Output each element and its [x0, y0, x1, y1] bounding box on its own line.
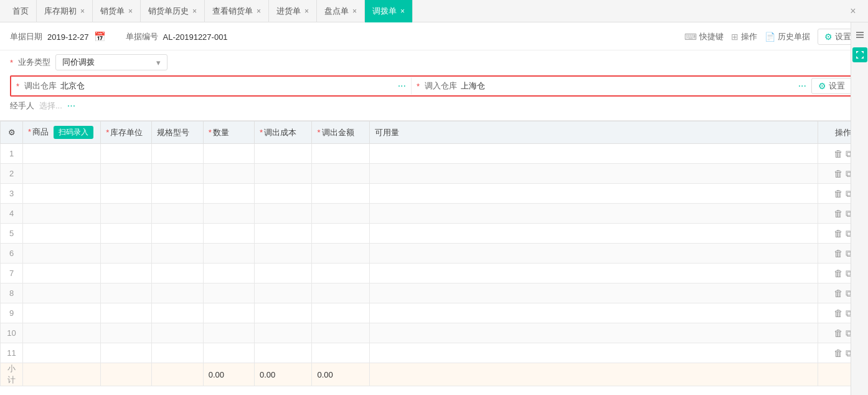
tab-home[interactable]: 首页 — [5, 0, 37, 22]
tab-sales-history[interactable]: 销货单历史 × — [141, 0, 205, 22]
cell-unit[interactable] — [101, 264, 152, 283]
cell-qty[interactable] — [203, 204, 254, 224]
tab-inventory-init[interactable]: 库存期初 × — [37, 0, 93, 22]
cell-unit[interactable] — [101, 343, 152, 363]
cell-available[interactable] — [370, 283, 818, 303]
tab-sales-history-close[interactable]: × — [192, 7, 197, 16]
cell-available[interactable] — [370, 184, 818, 204]
cell-cost[interactable] — [254, 343, 312, 363]
cell-spec[interactable] — [152, 164, 203, 184]
cell-cost[interactable] — [254, 303, 312, 323]
cell-qty[interactable] — [203, 283, 254, 303]
window-close-button[interactable]: × — [843, 1, 863, 21]
operations-btn[interactable]: ⊞ 操作 — [731, 31, 757, 42]
cell-unit[interactable] — [101, 184, 152, 204]
warehouse-settings-btn[interactable]: ⚙ 设置 — [811, 78, 852, 94]
delete-icon[interactable]: 🗑 — [834, 268, 843, 278]
sidebar-list-icon[interactable] — [852, 27, 867, 42]
cell-product[interactable] — [23, 283, 101, 303]
tab-sales-order-close[interactable]: × — [128, 7, 133, 16]
cell-qty[interactable] — [203, 184, 254, 204]
cell-product[interactable] — [23, 204, 101, 224]
person-placeholder[interactable]: 选择... — [39, 100, 62, 112]
cell-cost[interactable] — [254, 323, 312, 343]
cell-available[interactable] — [370, 164, 818, 184]
cell-spec[interactable] — [152, 184, 203, 204]
cell-cost[interactable] — [254, 283, 312, 303]
cell-amount[interactable] — [312, 224, 370, 244]
cell-spec[interactable] — [152, 204, 203, 224]
cell-qty[interactable] — [203, 303, 254, 323]
delete-icon[interactable]: 🗑 — [834, 348, 843, 358]
cell-unit[interactable] — [101, 144, 152, 164]
cell-spec[interactable] — [152, 323, 203, 343]
tab-inventory-check-close[interactable]: × — [352, 7, 357, 16]
cell-product[interactable] — [23, 303, 101, 323]
person-more-btn[interactable]: ··· — [67, 100, 75, 112]
cell-amount[interactable] — [312, 204, 370, 224]
sidebar-expand-icon[interactable] — [852, 47, 867, 62]
cell-available[interactable] — [370, 323, 818, 343]
delete-icon[interactable]: 🗑 — [834, 148, 843, 159]
cell-cost[interactable] — [254, 184, 312, 204]
in-warehouse-more-btn[interactable]: ··· — [798, 80, 806, 92]
calendar-icon[interactable]: 📅 — [94, 31, 106, 42]
cell-available[interactable] — [370, 224, 818, 244]
delete-icon[interactable]: 🗑 — [834, 208, 843, 219]
delete-icon[interactable]: 🗑 — [834, 168, 843, 179]
col-settings[interactable]: ⚙ — [1, 121, 23, 144]
out-warehouse-more-btn[interactable]: ··· — [398, 80, 406, 92]
cell-amount[interactable] — [312, 283, 370, 303]
cell-cost[interactable] — [254, 164, 312, 184]
cell-product[interactable] — [23, 184, 101, 204]
cell-product[interactable] — [23, 264, 101, 283]
shortcut-btn[interactable]: ⌨ 快捷键 — [684, 31, 724, 42]
cell-amount[interactable] — [312, 244, 370, 264]
cell-amount[interactable] — [312, 144, 370, 164]
cell-product[interactable] — [23, 164, 101, 184]
history-btn[interactable]: 📄 历史单据 — [765, 31, 810, 42]
cell-amount[interactable] — [312, 164, 370, 184]
cell-product[interactable] — [23, 224, 101, 244]
cell-qty[interactable] — [203, 144, 254, 164]
cell-cost[interactable] — [254, 144, 312, 164]
tab-purchase-order[interactable]: 进货单 × — [269, 0, 317, 22]
cell-qty[interactable] — [203, 164, 254, 184]
cell-cost[interactable] — [254, 204, 312, 224]
tab-view-sales[interactable]: 查看销货单 × — [205, 0, 269, 22]
cell-spec[interactable] — [152, 264, 203, 283]
cell-amount[interactable] — [312, 184, 370, 204]
cell-cost[interactable] — [254, 264, 312, 283]
cell-available[interactable] — [370, 264, 818, 283]
cell-unit[interactable] — [101, 224, 152, 244]
cell-amount[interactable] — [312, 323, 370, 343]
cell-spec[interactable] — [152, 343, 203, 363]
cell-qty[interactable] — [203, 323, 254, 343]
cell-cost[interactable] — [254, 244, 312, 264]
cell-spec[interactable] — [152, 283, 203, 303]
cell-qty[interactable] — [203, 244, 254, 264]
cell-unit[interactable] — [101, 204, 152, 224]
cell-qty[interactable] — [203, 264, 254, 283]
cell-spec[interactable] — [152, 303, 203, 323]
delete-icon[interactable]: 🗑 — [834, 248, 843, 259]
tab-transfer-order-close[interactable]: × — [400, 7, 405, 16]
cell-qty[interactable] — [203, 343, 254, 363]
cell-available[interactable] — [370, 343, 818, 363]
cell-available[interactable] — [370, 303, 818, 323]
tab-view-sales-close[interactable]: × — [257, 7, 261, 16]
tab-inventory-init-close[interactable]: × — [80, 7, 85, 16]
cell-available[interactable] — [370, 144, 818, 164]
tab-sales-order[interactable]: 销货单 × — [93, 0, 141, 22]
delete-icon[interactable]: 🗑 — [834, 228, 843, 239]
delete-icon[interactable]: 🗑 — [834, 188, 843, 199]
delete-icon[interactable]: 🗑 — [834, 308, 843, 318]
cell-qty[interactable] — [203, 224, 254, 244]
delete-icon[interactable]: 🗑 — [834, 288, 843, 298]
cell-spec[interactable] — [152, 244, 203, 264]
cell-amount[interactable] — [312, 303, 370, 323]
tab-purchase-order-close[interactable]: × — [304, 7, 309, 16]
cell-unit[interactable] — [101, 164, 152, 184]
cell-product[interactable] — [23, 343, 101, 363]
delete-icon[interactable]: 🗑 — [834, 328, 843, 338]
